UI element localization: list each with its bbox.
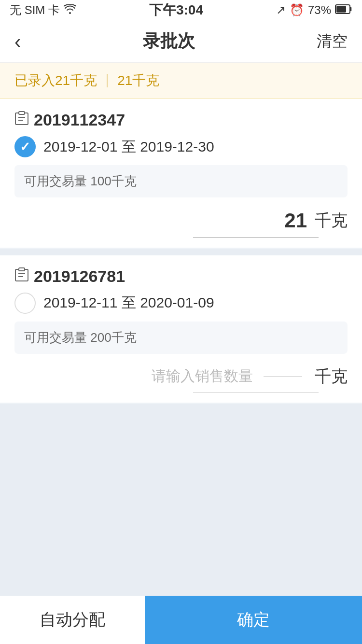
batch2-date-row: 2019-12-11 至 2020-01-09 xyxy=(14,293,348,314)
clear-button[interactable]: 清空 xyxy=(317,31,348,52)
batch2-header: 2019126781 xyxy=(14,267,348,286)
batch2-radio[interactable] xyxy=(14,293,36,314)
svg-rect-1 xyxy=(336,6,346,13)
batch1-date-row: 2019-12-01 至 2019-12-30 xyxy=(14,136,348,157)
nav-bar: ‹ 录批次 清空 xyxy=(0,20,362,63)
back-button[interactable]: ‹ xyxy=(14,32,21,51)
svg-rect-3 xyxy=(19,112,25,114)
batch1-icon xyxy=(14,111,29,129)
auto-distribute-button[interactable]: 自动分配 xyxy=(0,596,145,644)
bottom-area xyxy=(0,404,362,616)
page-title: 录批次 xyxy=(143,29,195,53)
batch1-date: 2019-12-01 至 2019-12-30 xyxy=(43,137,214,157)
no-sim-label: 无 SIM 卡 xyxy=(10,2,60,18)
info-banner: 已录入21千克 21千克 xyxy=(0,63,362,99)
batch1-quantity-row: 21 千克 xyxy=(0,197,362,237)
batch-separator xyxy=(0,249,362,255)
batch2-avail: 可用交易量 200千克 xyxy=(14,322,348,354)
status-time: 下午3:04 xyxy=(149,1,203,19)
svg-rect-7 xyxy=(19,268,25,271)
bottom-buttons: 自动分配 确定 xyxy=(0,596,362,644)
status-bar: 无 SIM 卡 下午3:04 ↗ ⏰ 73% xyxy=(0,0,362,20)
batch2-card: 2019126781 2019-12-11 至 2020-01-09 可用交易量… xyxy=(0,255,362,403)
batch1-header: 2019112347 xyxy=(14,111,348,129)
batch2-underline xyxy=(193,392,319,393)
batch1-unit: 千克 xyxy=(315,210,348,232)
status-right: ↗ ⏰ 73% xyxy=(276,3,352,17)
batch2-id: 2019126781 xyxy=(34,267,125,286)
battery-icon xyxy=(335,3,352,17)
batch2-item: 2019126781 2019-12-11 至 2020-01-09 可用交易量… xyxy=(0,255,362,354)
batch1-card: 2019112347 2019-12-01 至 2019-12-30 可用交易量… xyxy=(0,99,362,248)
confirm-button[interactable]: 确定 xyxy=(145,596,362,644)
wifi-icon xyxy=(64,3,76,17)
location-icon: ↗ xyxy=(276,3,286,17)
batch2-unit: 千克 xyxy=(315,365,348,388)
batch2-avail-text: 可用交易量 200千克 xyxy=(24,330,137,345)
batch1-radio[interactable] xyxy=(14,136,36,157)
batch2-input-line xyxy=(264,376,302,377)
batch2-date: 2019-12-11 至 2020-01-09 xyxy=(43,293,214,313)
batch1-avail: 可用交易量 100千克 xyxy=(14,165,348,197)
batch1-item: 2019112347 2019-12-01 至 2019-12-30 可用交易量… xyxy=(0,99,362,197)
alarm-icon: ⏰ xyxy=(290,3,304,17)
status-left: 无 SIM 卡 xyxy=(10,2,76,18)
batch1-id: 2019112347 xyxy=(34,111,125,129)
batch1-quantity-value: 21 xyxy=(284,209,307,232)
batch1-avail-text: 可用交易量 100千克 xyxy=(24,174,137,188)
info-divider xyxy=(107,74,108,87)
total-label: 21千克 xyxy=(117,71,159,90)
recorded-label: 已录入21千克 xyxy=(14,71,97,90)
batch2-placeholder: 请输入销售数量 xyxy=(152,366,253,386)
batch1-underline xyxy=(193,237,319,238)
batch2-icon xyxy=(14,267,29,285)
batch2-quantity-row: 请输入销售数量 千克 xyxy=(0,354,362,392)
battery-label: 73% xyxy=(308,3,331,17)
